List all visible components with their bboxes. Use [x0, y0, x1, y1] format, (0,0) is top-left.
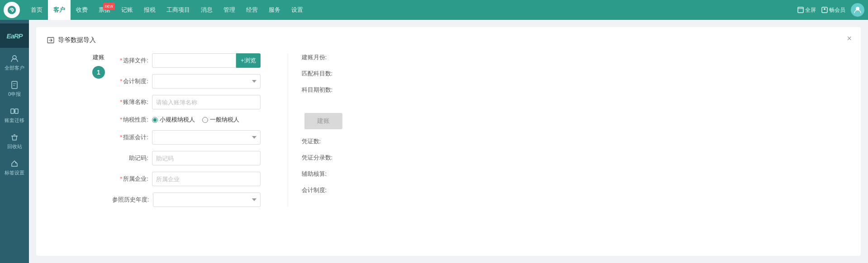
main-content: 导爷数据导入 × 建账 1 *选择文件:: [29, 20, 868, 263]
svg-rect-2: [798, 7, 803, 13]
step-section-label: 建账: [93, 53, 104, 61]
tax-nature-radio-group: 小规模纳税人 一般纳税人: [152, 116, 261, 124]
accounting-system-label: *会计制度:: [112, 77, 148, 85]
nav-item-clients[interactable]: 客户: [48, 0, 71, 20]
right-voucher-label: 凭证数:: [302, 137, 342, 146]
file-input-group: +浏览: [152, 53, 261, 68]
svg-point-10: [15, 162, 17, 164]
tax-nature-row: *纳税性质: 小规模纳税人 一般纳税人: [112, 116, 261, 124]
nav-item-home[interactable]: 首页: [25, 0, 48, 20]
form-fields: *选择文件: +浏览 *会计制度:: [112, 53, 261, 207]
right-match-label: 匹配科目数:: [302, 70, 342, 78]
file-label: *选择文件:: [112, 56, 148, 65]
right-month-row: 建账月份:: [302, 53, 345, 61]
nav-item-services[interactable]: 服务: [263, 0, 286, 20]
sidebar-item-recycle-bin[interactable]: 回收站: [0, 128, 29, 155]
history-year-row: 参照历史年度:: [112, 193, 261, 207]
page-card: 导爷数据导入 × 建账 1 *选择文件:: [36, 27, 861, 256]
file-input[interactable]: [152, 53, 236, 68]
nav-item-settings[interactable]: 设置: [286, 0, 308, 20]
sidebar-item-ledger-migration[interactable]: 账套迁移: [0, 102, 29, 128]
tax-nature-label: *纳税性质:: [112, 116, 148, 124]
company-row: *所属企业:: [112, 172, 261, 186]
member-button[interactable]: 畅会员: [821, 6, 845, 14]
accounting-system-select[interactable]: [152, 74, 261, 89]
sidebar-item-all-clients[interactable]: 全部客户: [0, 50, 29, 76]
form-right-section: 建账月份: 匹配科目数: 科目期初数: 建账 凭证数:: [288, 53, 345, 207]
company-label: *所属企业:: [112, 175, 148, 183]
accountant-label: *指派会计:: [112, 133, 148, 141]
svg-rect-7: [12, 81, 17, 89]
history-year-label: 参照历史年度:: [112, 196, 149, 204]
nav-item-tax[interactable]: 报税: [138, 0, 161, 20]
history-year-select[interactable]: [153, 193, 261, 207]
browse-button[interactable]: +浏览: [236, 53, 261, 68]
file-row: *选择文件: +浏览: [112, 53, 261, 68]
svg-point-4: [824, 8, 825, 10]
svg-rect-8: [11, 109, 14, 113]
close-button[interactable]: ×: [847, 34, 852, 42]
right-voucher-row: 凭证数:: [302, 137, 345, 146]
accountant-row: *指派会计:: [112, 130, 261, 145]
sidebar-item-zero-filing[interactable]: 0申报: [0, 76, 29, 102]
right-voucher-entries-label: 凭证分录数:: [302, 154, 342, 162]
import-icon: [47, 37, 54, 44]
memo-input[interactable]: [152, 151, 261, 165]
right-auxiliary-row: 辅助核算:: [302, 170, 345, 178]
right-voucher-entries-row: 凭证分录数:: [302, 154, 345, 162]
right-accounting-row: 会计制度:: [302, 186, 345, 194]
form-left-section: 建账 1 *选择文件: +浏览: [92, 53, 261, 207]
right-initial-row: 科目期初数:: [302, 86, 345, 94]
nav-item-bookkeeping[interactable]: 记账: [116, 0, 138, 20]
nav-item-operations[interactable]: 经营: [241, 0, 263, 20]
sidebar: EaRP 全部客户 0申报 账套迁移 回收站: [0, 20, 29, 263]
nav-item-business[interactable]: 工商项目: [161, 0, 195, 20]
nav-logo[interactable]: [4, 2, 20, 18]
user-avatar[interactable]: [851, 3, 864, 17]
right-accounting-label: 会计制度:: [302, 186, 342, 194]
nav-item-messages[interactable]: 消息: [195, 0, 218, 20]
nav-right-area: 全屏 畅会员: [797, 3, 864, 17]
build-account-button[interactable]: 建账: [304, 113, 342, 129]
invoice-badge: new: [103, 3, 115, 10]
right-month-label: 建账月份:: [302, 53, 342, 61]
ledger-name-input[interactable]: [152, 95, 261, 109]
sidebar-item-label-settings[interactable]: 标签设置: [0, 155, 29, 181]
nav-item-management[interactable]: 管理: [218, 0, 241, 20]
accounting-system-row: *会计制度:: [112, 74, 261, 89]
right-initial-label: 科目期初数:: [302, 86, 342, 94]
form-area: 建账 1 *选择文件: +浏览: [47, 53, 850, 207]
tax-general-radio[interactable]: 一般纳税人: [202, 116, 239, 124]
memo-row: 助记码:: [112, 151, 261, 165]
ledger-name-label: *账簿名称:: [112, 98, 148, 106]
nav-items-list: 首页 客户 收费 票据 new 记账 报税 工商项目 消息 管理 经营: [25, 0, 797, 20]
step-circle: 1: [92, 66, 105, 79]
nav-item-fees[interactable]: 收费: [71, 0, 93, 20]
right-auxiliary-label: 辅助核算:: [302, 170, 342, 178]
sidebar-logo: EaRP: [0, 23, 29, 48]
tax-small-radio[interactable]: 小规模纳税人: [152, 116, 195, 124]
right-match-row: 匹配科目数:: [302, 70, 345, 78]
step-indicator: 建账 1: [92, 53, 105, 207]
nav-item-invoices[interactable]: 票据 new: [93, 0, 116, 20]
fullscreen-button[interactable]: 全屏: [797, 6, 816, 14]
company-input[interactable]: [152, 172, 261, 186]
ledger-name-row: *账簿名称:: [112, 95, 261, 109]
top-navigation: 首页 客户 收费 票据 new 记账 报税 工商项目 消息 管理 经营: [0, 0, 868, 20]
svg-point-1: [11, 9, 13, 11]
accountant-select[interactable]: [152, 130, 261, 145]
card-header: 导爷数据导入: [47, 36, 850, 44]
modal-title: 导爷数据导入: [58, 36, 96, 44]
build-btn-container: 建账: [302, 104, 345, 129]
memo-label: 助记码:: [112, 154, 148, 162]
